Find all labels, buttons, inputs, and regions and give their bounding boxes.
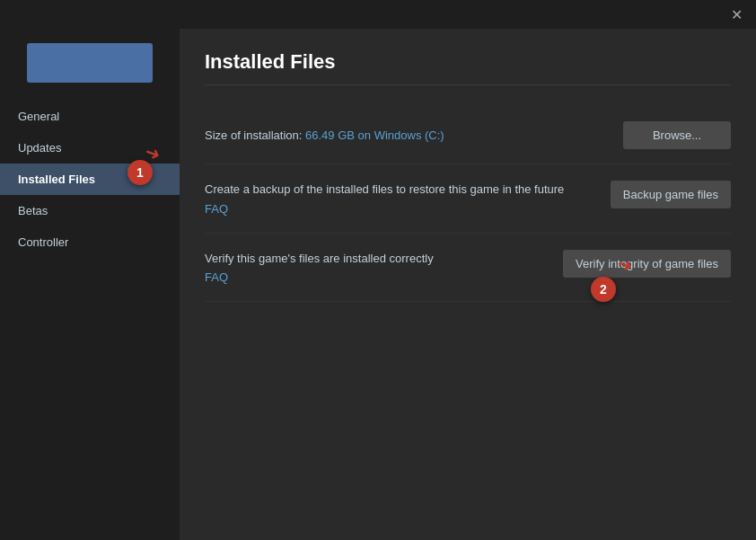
close-button[interactable]: ✕ [724,2,749,27]
sidebar-label-installed-files: Installed Files [18,173,95,186]
backup-faq-link[interactable]: FAQ [205,202,228,216]
sidebar-item-installed-files[interactable]: Installed Files [0,164,180,195]
page-title: Installed Files [205,50,731,85]
annotation-badge-1: 1 [127,160,153,185]
sidebar: General Updates Installed Files Betas Co… [0,29,180,540]
sidebar-label-updates: Updates [18,141,61,155]
size-label: Size of installation: 66.49 GB on Window… [205,127,444,145]
verify-faq-link[interactable]: FAQ [205,270,228,284]
dialog-window: ✕ General Updates Installed Files Betas … [0,0,756,540]
sidebar-label-general: General [18,110,59,123]
verify-button[interactable]: Verify integrity of game files [563,250,731,278]
game-logo [27,43,153,83]
backup-section: Create a backup of the installed files t… [205,164,731,234]
annotation-badge-2: 2 [591,277,616,302]
size-value: 66.49 GB on Windows (C:) [305,128,444,142]
title-bar: ✕ [0,0,756,29]
sidebar-label-controller: Controller [18,235,68,249]
verify-description: Verify this game's files are installed c… [205,250,545,268]
verify-section: Verify this game's files are installed c… [205,234,731,303]
backup-button[interactable]: Backup game files [611,181,731,208]
sidebar-item-general[interactable]: General [0,101,180,132]
size-row: Size of installation: 66.49 GB on Window… [205,107,731,164]
content-area: General Updates Installed Files Betas Co… [0,29,756,540]
backup-text: Create a backup of the installed files t… [205,181,593,217]
main-content: Installed Files Size of installation: 66… [180,29,756,540]
sidebar-item-betas[interactable]: Betas [0,195,180,226]
browse-button[interactable]: Browse... [623,121,731,149]
verify-text: Verify this game's files are installed c… [205,250,545,286]
sidebar-label-betas: Betas [18,204,48,217]
backup-description: Create a backup of the installed files t… [205,181,593,199]
sidebar-item-controller[interactable]: Controller [0,226,180,258]
